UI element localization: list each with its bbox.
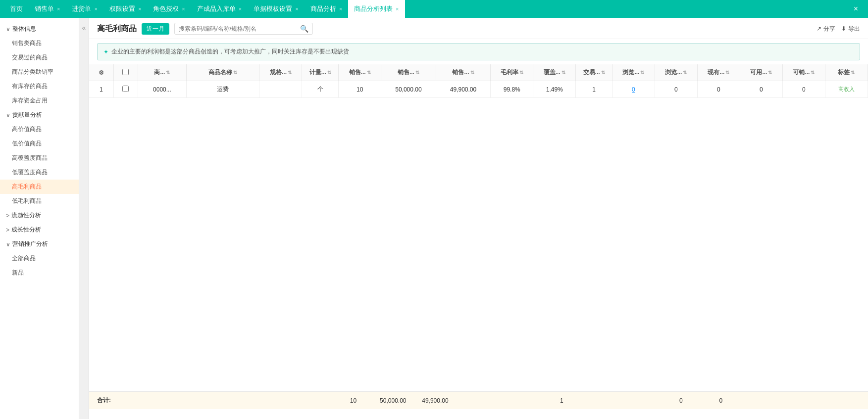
sidebar-item-新品[interactable]: 新品 (0, 266, 79, 280)
sidebar-collapse-button[interactable]: « (79, 18, 89, 419)
col-header-15[interactable]: 可用...⇅ (740, 64, 782, 81)
link-browse1[interactable]: 0 (632, 86, 635, 93)
window-close-button[interactable]: × (848, 4, 864, 13)
col-header-6[interactable]: 销售...⇅ (339, 64, 381, 81)
group-label: 流趋性分析 (11, 211, 41, 220)
available-stock: 0 (740, 81, 782, 98)
col-header-13[interactable]: 浏览...⇅ (655, 64, 697, 81)
product-code: 0000... (138, 81, 186, 98)
nav-item-产成品入库单[interactable]: 产成品入库单× (191, 0, 248, 18)
col-header-9[interactable]: 毛利率⇅ (491, 64, 533, 81)
nav-item-商品分析列表[interactable]: 商品分析列表× (348, 0, 405, 18)
header-actions: ↗ 分享 ⬇ 导出 (817, 25, 860, 33)
close-icon[interactable]: × (182, 6, 185, 12)
sidebar-item-低价值商品[interactable]: 低价值商品 (0, 137, 79, 151)
search-icon: 🔍 (300, 25, 308, 33)
sidebar-item-销售类商品[interactable]: 销售类商品 (0, 36, 79, 50)
row-select-checkbox[interactable] (122, 86, 129, 92)
sidebar-item-库存资金占用[interactable]: 库存资金占用 (0, 93, 79, 108)
product-tag: 高收入 (825, 81, 868, 98)
select-all-checkbox[interactable] (122, 69, 129, 75)
nav-item-角色授权[interactable]: 角色授权× (147, 0, 191, 18)
row-checkbox[interactable] (113, 81, 138, 98)
arrow-icon: ∨ (6, 112, 10, 119)
settings-icon[interactable]: ⚙ (99, 69, 104, 76)
table-row: 10000...运费个1050,000.0049,900.0099.8%1.49… (89, 81, 868, 98)
share-icon: ↗ (817, 25, 821, 32)
data-table: ⚙商...⇅商品名称⇅规格...⇅计量...⇅销售...⇅销售...⇅销售...… (89, 64, 868, 98)
close-icon[interactable]: × (94, 6, 97, 12)
close-icon[interactable]: × (138, 6, 141, 12)
group-label: 成长性分析 (11, 226, 41, 234)
close-icon[interactable]: × (295, 6, 298, 12)
sidebar-group-成长性分析[interactable]: >成长性分析 (0, 223, 79, 237)
footer-cell-12 (621, 397, 661, 404)
sidebar-item-高覆盖度商品[interactable]: 高覆盖度商品 (0, 151, 79, 165)
date-filter-button[interactable]: 近一月 (142, 23, 169, 35)
sort-icon: ⇅ (166, 70, 170, 75)
close-icon[interactable]: × (396, 6, 399, 12)
nav-item-销售单[interactable]: 销售单× (29, 0, 66, 18)
page-title: 高毛利商品 (97, 24, 137, 34)
footer-cell-5: 10 (333, 397, 373, 404)
footer-totals: 合计: 1050,000.0049,900.00100 (89, 391, 868, 409)
browse1[interactable]: 0 (612, 81, 655, 98)
sort-icon: ⇅ (415, 70, 419, 75)
sidebar-group-整体信息[interactable]: ∨整体信息 (0, 22, 79, 36)
collapse-icon: « (82, 24, 86, 32)
sidebar-item-低毛利商品[interactable]: 低毛利商品 (0, 194, 79, 208)
export-icon: ⬇ (841, 25, 846, 32)
footer-cell-4 (294, 397, 333, 404)
col-header-3[interactable]: 商品名称⇅ (187, 64, 259, 81)
sort-icon: ⇅ (640, 70, 644, 75)
search-input[interactable] (179, 25, 300, 32)
sort-icon: ⇅ (233, 70, 237, 75)
col-header-11[interactable]: 交易...⇅ (576, 64, 613, 81)
sidebar-item-高毛利商品[interactable]: 高毛利商品 (0, 180, 79, 194)
col-header-16[interactable]: 可销...⇅ (782, 64, 825, 81)
group-label: 贡献量分析 (12, 111, 42, 119)
sidebar-item-有库存的商品[interactable]: 有库存的商品 (0, 79, 79, 93)
close-icon[interactable]: × (339, 6, 342, 12)
product-name: 运费 (187, 81, 259, 98)
sort-icon: ⇅ (683, 70, 687, 75)
col-header-12[interactable]: 浏览...⇅ (612, 64, 655, 81)
main-area: ∨整体信息销售类商品交易过的商品商品分类助销率有库存的商品库存资金占用∨贡献量分… (0, 18, 868, 419)
content-area: 高毛利商品 近一月 🔍 ↗ 分享 ⬇ 导出 ✦ 企业的主要的利润都是这部分商品创… (89, 18, 868, 419)
sidebar-item-全部商品[interactable]: 全部商品 (0, 251, 79, 266)
nav-item-首页[interactable]: 首页 (4, 0, 29, 18)
search-box: 🔍 (174, 23, 313, 35)
col-header-5[interactable]: 计量...⇅ (302, 64, 339, 81)
sidebar-item-高价值商品[interactable]: 高价值商品 (0, 122, 79, 137)
col-header-17[interactable]: 标签⇅ (825, 64, 868, 81)
sort-icon: ⇅ (851, 70, 855, 75)
col-header-0: ⚙ (89, 64, 113, 81)
export-button[interactable]: ⬇ 导出 (841, 25, 860, 33)
col-header-14[interactable]: 现有...⇅ (697, 64, 740, 81)
col-header-10[interactable]: 覆盖...⇅ (533, 64, 576, 81)
share-label: 分享 (823, 25, 835, 33)
sidebar-item-低覆盖度商品[interactable]: 低覆盖度商品 (0, 165, 79, 180)
sort-icon: ⇅ (519, 70, 523, 75)
arrow-icon: > (6, 212, 9, 219)
sidebar-group-贡献量分析[interactable]: ∨贡献量分析 (0, 108, 79, 122)
gross-rate: 99.8% (491, 81, 533, 98)
col-header-4[interactable]: 规格...⇅ (259, 64, 302, 81)
nav-item-单据模板设置[interactable]: 单据模板设置× (248, 0, 304, 18)
sidebar-group-营销推广分析[interactable]: ∨营销推广分析 (0, 237, 79, 251)
col-header-2[interactable]: 商...⇅ (138, 64, 186, 81)
close-icon[interactable]: × (57, 6, 60, 12)
close-icon[interactable]: × (239, 6, 242, 12)
share-button[interactable]: ↗ 分享 (817, 25, 835, 33)
footer-cell-8 (458, 397, 502, 404)
col-header-7[interactable]: 销售...⇅ (381, 64, 436, 81)
footer-cell-2 (195, 397, 234, 404)
nav-item-进货单[interactable]: 进货单× (66, 0, 103, 18)
sidebar-item-交易过的商品[interactable]: 交易过的商品 (0, 50, 79, 65)
tag-label: 高收入 (838, 86, 855, 92)
nav-item-权限设置[interactable]: 权限设置× (103, 0, 147, 18)
sidebar-item-商品分类助销率[interactable]: 商品分类助销率 (0, 65, 79, 79)
sidebar-group-流趋性分析[interactable]: >流趋性分析 (0, 208, 79, 223)
nav-item-商品分析[interactable]: 商品分析× (305, 0, 348, 18)
col-header-8[interactable]: 销售...⇅ (436, 64, 491, 81)
